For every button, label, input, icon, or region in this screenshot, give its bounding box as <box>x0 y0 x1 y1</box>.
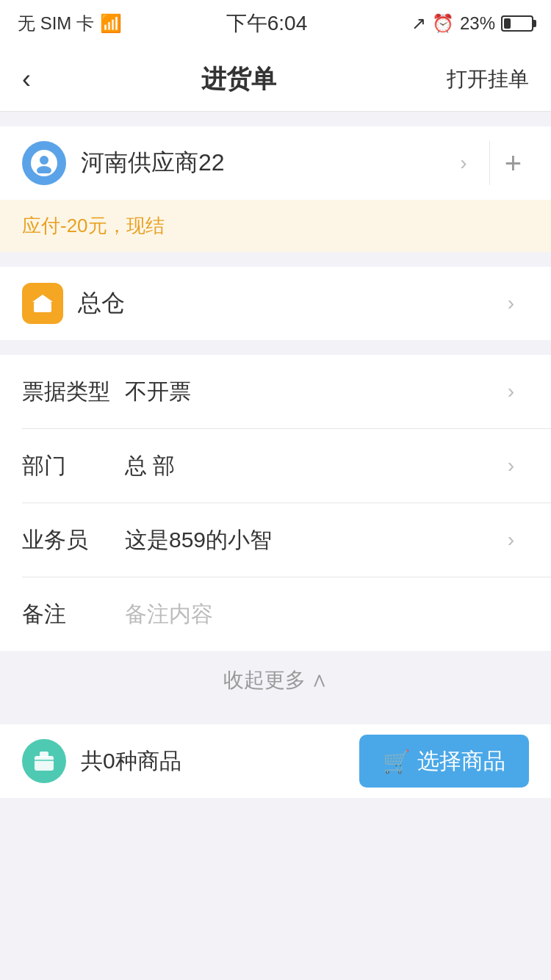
invoice-label: 票据类型 <box>22 377 125 407</box>
notice-banner: 应付-20元，现结 <box>0 200 551 252</box>
supplier-avatar <box>22 141 66 185</box>
warehouse-row[interactable]: 总仓 › <box>0 267 551 340</box>
supplier-chevron-icon: › <box>460 151 467 175</box>
invoice-chevron-icon: › <box>508 380 514 403</box>
svg-point-1 <box>37 166 51 173</box>
department-chevron-icon: › <box>508 454 514 478</box>
supplier-row[interactable]: 河南供应商22 › + <box>0 126 551 200</box>
open-pending-button[interactable]: 打开挂单 <box>447 65 529 93</box>
invoice-row[interactable]: 票据类型 不开票 › <box>0 355 551 428</box>
form-card: 票据类型 不开票 › 部门 总 部 › 业务员 这是859的小智 › 备注 备注… <box>0 355 551 651</box>
alarm-icon: ⏰ <box>432 13 454 34</box>
gap-3 <box>0 340 551 355</box>
location-icon: ↗ <box>411 13 426 34</box>
warehouse-card: 总仓 › <box>0 267 551 340</box>
gap-4 <box>0 710 551 724</box>
gap-2 <box>0 252 551 267</box>
bottom-bar: 共0种商品 🛒 选择商品 <box>0 724 551 798</box>
avatar-person-icon <box>31 150 57 176</box>
status-left: 无 SIM 卡 📶 <box>18 12 122 35</box>
status-bar: 无 SIM 卡 📶 下午6:04 ↗ ⏰ 23% <box>0 0 551 47</box>
note-label: 备注 <box>22 599 125 630</box>
carrier-label: 无 SIM 卡 <box>18 12 94 35</box>
collapse-label: 收起更多 ∧ <box>223 666 328 694</box>
svg-rect-5 <box>40 752 48 757</box>
salesman-row[interactable]: 业务员 这是859的小智 › <box>0 503 551 577</box>
note-row[interactable]: 备注 备注内容 <box>0 577 551 651</box>
department-value: 总 部 <box>125 451 508 481</box>
svg-rect-4 <box>35 756 54 771</box>
notice-text: 应付-20元，现结 <box>22 215 165 237</box>
battery-icon <box>501 15 533 32</box>
svg-point-0 <box>40 156 48 165</box>
salesman-label: 业务员 <box>22 525 125 555</box>
battery-percent: 23% <box>460 13 495 34</box>
invoice-value: 不开票 <box>125 377 508 407</box>
supplier-divider <box>489 141 490 185</box>
salesman-chevron-icon: › <box>508 528 514 552</box>
department-label: 部门 <box>22 451 125 481</box>
add-supplier-button[interactable]: + <box>497 147 529 180</box>
collapse-button[interactable]: 收起更多 ∧ <box>0 651 551 710</box>
product-icon <box>22 739 66 783</box>
status-right: ↗ ⏰ 23% <box>411 13 533 34</box>
svg-marker-3 <box>32 295 53 302</box>
status-time: 下午6:04 <box>226 10 308 37</box>
select-product-label: 选择商品 <box>417 746 505 777</box>
back-button[interactable]: ‹ <box>22 64 31 95</box>
supplier-name: 河南供应商22 <box>81 147 460 179</box>
department-row[interactable]: 部门 总 部 › <box>0 429 551 502</box>
note-input[interactable]: 备注内容 <box>125 599 529 630</box>
warehouse-chevron-icon: › <box>508 292 514 315</box>
warehouse-name: 总仓 <box>78 287 508 320</box>
svg-rect-2 <box>34 302 51 312</box>
warehouse-icon <box>22 283 63 324</box>
supplier-card: 河南供应商22 › + 应付-20元，现结 <box>0 126 551 252</box>
nav-bar: ‹ 进货单 打开挂单 <box>0 47 551 112</box>
select-product-button[interactable]: 🛒 选择商品 <box>359 735 529 788</box>
cart-icon: 🛒 <box>383 749 410 774</box>
wifi-icon: 📶 <box>100 13 122 34</box>
gap-1 <box>0 112 551 126</box>
page-title: 进货单 <box>201 62 276 96</box>
product-count: 共0种商品 <box>81 746 359 777</box>
salesman-value: 这是859的小智 <box>125 525 508 555</box>
